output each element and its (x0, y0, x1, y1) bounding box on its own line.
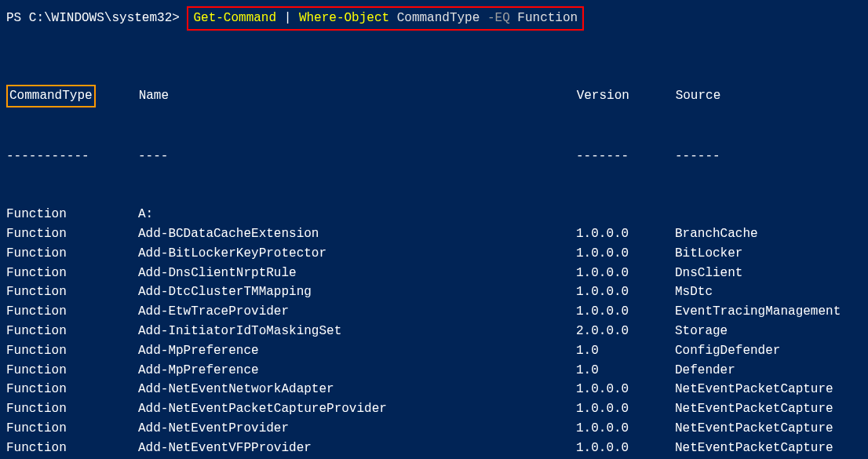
cell-commandtype: Function (6, 224, 138, 244)
cell-commandtype: Function (6, 244, 138, 264)
cell-commandtype: Function (6, 282, 138, 302)
cell-name: Add-NetEventNetworkAdapter (138, 380, 576, 399)
cell-version: 1.0.0.0 (576, 399, 675, 419)
cell-source: ConfigDefender (675, 341, 780, 361)
cell-version: 1.0.0.0 (576, 282, 675, 302)
cell-version: 2.0.0.0 (576, 322, 675, 341)
cell-name: Add-DnsClientNrptRule (138, 264, 576, 283)
cell-version: 1.0.0.0 (576, 380, 675, 399)
cmdlet-whereobject: Where-Object (299, 11, 389, 25)
table-row: FunctionAdd-NetEventPacketCaptureProvide… (6, 399, 862, 419)
cell-source: Defender (675, 361, 735, 381)
cell-name: Add-NetEventProvider (138, 419, 576, 439)
cell-name: Add-BitLockerKeyProtector (138, 244, 576, 264)
cell-name: A: (138, 205, 576, 224)
header-version: Version (577, 86, 676, 106)
header-name: Name (139, 86, 577, 106)
table-row: FunctionAdd-BitLockerKeyProtector1.0.0.0… (6, 244, 862, 264)
table-row: FunctionAdd-MpPreference1.0ConfigDefende… (6, 341, 862, 361)
cell-commandtype: Function (6, 399, 138, 419)
underline-name: ---- (138, 147, 576, 166)
cell-source: DnsClient (675, 264, 742, 283)
pipe-symbol: | (276, 11, 299, 25)
table-underline-row: ---------------------------- (6, 147, 862, 166)
cell-commandtype: Function (6, 361, 138, 381)
cell-source: MsDtc (675, 282, 713, 302)
cell-version: 1.0 (576, 361, 675, 381)
cell-version: 1.0.0.0 (576, 302, 675, 322)
cell-source: EventTracingManagement (675, 302, 841, 322)
header-source: Source (676, 86, 721, 106)
cell-commandtype: Function (6, 341, 138, 361)
cell-name: Add-NetEventVFPProvider (138, 439, 576, 458)
cell-commandtype: Function (6, 302, 138, 322)
cell-name: Add-BCDataCacheExtension (138, 224, 576, 244)
cell-commandtype: Function (6, 439, 138, 458)
table-row: FunctionAdd-EtwTraceProvider1.0.0.0Event… (6, 302, 862, 322)
cmdlet-getcommand: Get-Command (193, 11, 276, 25)
cell-version: 1.0.0.0 (576, 224, 675, 244)
table-header-row: CommandTypeNameVersionSource (6, 85, 862, 107)
prompt-line[interactable]: PS C:\WINDOWS\system32> Get-Command | Wh… (6, 6, 862, 31)
table-row: FunctionA: (6, 205, 862, 224)
underline-commandtype: ----------- (6, 147, 138, 166)
cell-source: Storage (675, 322, 728, 341)
cell-version: 1.0.0.0 (576, 419, 675, 439)
cell-name: Add-MpPreference (138, 361, 576, 381)
cell-commandtype: Function (6, 205, 138, 224)
header-commandtype-highlight: CommandType (6, 85, 96, 107)
cell-name: Add-InitiatorIdToMaskingSet (138, 322, 576, 341)
cell-source: BitLocker (675, 244, 742, 264)
operator-eq: -EQ (487, 11, 510, 25)
cell-commandtype: Function (6, 322, 138, 341)
cell-version: 1.0 (576, 341, 675, 361)
cell-commandtype: Function (6, 264, 138, 283)
arg-function: Function (510, 11, 578, 25)
table-row: FunctionAdd-DnsClientNrptRule1.0.0.0DnsC… (6, 264, 862, 283)
cell-name: Add-NetEventPacketCaptureProvider (138, 399, 576, 419)
table-row: FunctionAdd-MpPreference1.0Defender (6, 361, 862, 381)
cell-commandtype: Function (6, 380, 138, 399)
output-table: CommandTypeNameVersionSource -----------… (6, 46, 862, 459)
cell-source: NetEventPacketCapture (675, 419, 833, 439)
table-row: FunctionAdd-NetEventProvider1.0.0.0NetEv… (6, 419, 862, 439)
underline-version: ------- (576, 147, 675, 166)
param-commandtype: CommandType (389, 11, 487, 25)
table-row: FunctionAdd-NetEventVFPProvider1.0.0.0Ne… (6, 439, 862, 458)
cell-source: NetEventPacketCapture (675, 380, 833, 399)
table-row: FunctionAdd-InitiatorIdToMaskingSet2.0.0… (6, 322, 862, 341)
table-row: FunctionAdd-DtcClusterTMMapping1.0.0.0Ms… (6, 282, 862, 302)
command-highlight-box: Get-Command | Where-Object CommandType -… (187, 6, 584, 31)
cell-name: Add-EtwTraceProvider (138, 302, 576, 322)
cell-version: 1.0.0.0 (576, 244, 675, 264)
cell-name: Add-DtcClusterTMMapping (138, 282, 576, 302)
cell-name: Add-MpPreference (138, 341, 576, 361)
table-row: FunctionAdd-NetEventNetworkAdapter1.0.0.… (6, 380, 862, 399)
cell-source: NetEventPacketCapture (675, 439, 833, 458)
cell-source: NetEventPacketCapture (675, 399, 833, 419)
cell-version: 1.0.0.0 (576, 439, 675, 458)
cell-commandtype: Function (6, 419, 138, 439)
cell-version: 1.0.0.0 (576, 264, 675, 283)
cell-source: BranchCache (675, 224, 758, 244)
prompt-prefix: PS C:\WINDOWS\system32> (6, 11, 187, 25)
table-row: FunctionAdd-BCDataCacheExtension1.0.0.0B… (6, 224, 862, 244)
header-commandtype: CommandType (9, 89, 93, 103)
underline-source: ------ (675, 147, 720, 166)
